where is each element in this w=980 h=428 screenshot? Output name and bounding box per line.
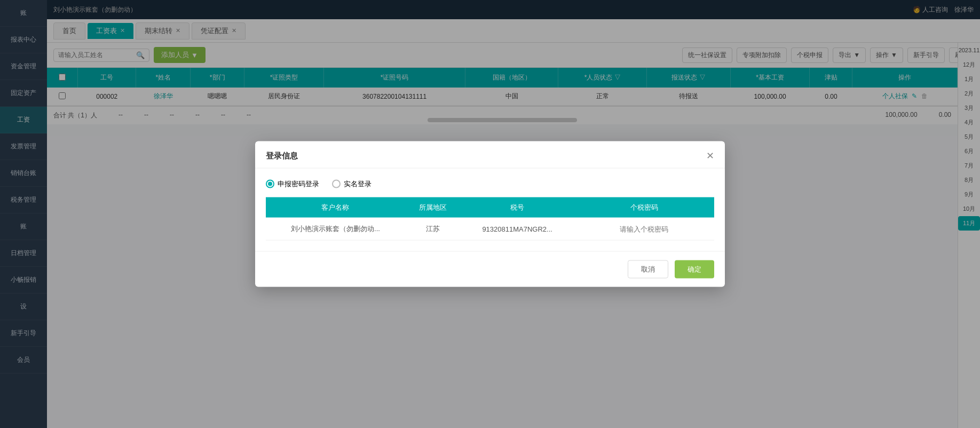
modal-header: 登录信息 ✕: [255, 141, 725, 169]
modal-cell-client-name: 刘小艳演示账套（勿删勿动...: [266, 218, 405, 241]
modal-col-name: 客户名称: [266, 197, 405, 218]
modal-col-region: 所属地区: [405, 197, 461, 218]
modal-footer: 取消 确定: [255, 251, 725, 287]
modal-client-table: 客户名称 所属地区 税号 个税密码 刘小艳演示账套（勿删勿动... 江苏 913…: [266, 197, 714, 241]
radio-realname-login[interactable]: 实名登录: [332, 179, 372, 189]
modal-cell-tax-password[interactable]: [574, 218, 714, 241]
modal-close-button[interactable]: ✕: [706, 150, 714, 162]
modal-col-tax-password: 个税密码: [574, 197, 714, 218]
login-info-modal: 登录信息 ✕ 申报密码登录 实名登录 客户名称 所属地区 税号 个税密码: [255, 141, 725, 287]
modal-table-row: 刘小艳演示账套（勿删勿动... 江苏 91320811MA7NGR2...: [266, 218, 714, 241]
modal-body: 申报密码登录 实名登录 客户名称 所属地区 税号 个税密码 刘小艳演示账套（勿删…: [255, 169, 725, 251]
radio-password-login[interactable]: 申报密码登录: [266, 179, 319, 189]
modal-title: 登录信息: [266, 150, 298, 161]
radio-dot-password: [266, 180, 274, 188]
modal-confirm-button[interactable]: 确定: [675, 260, 714, 279]
modal-cell-region: 江苏: [405, 218, 461, 241]
tax-password-input[interactable]: [580, 225, 708, 233]
radio-group: 申报密码登录 实名登录: [266, 179, 714, 189]
modal-col-tax-number: 税号: [461, 197, 574, 218]
modal-cell-tax-number: 91320811MA7NGR2...: [461, 218, 574, 241]
radio-dot-realname: [332, 180, 341, 188]
modal-cancel-button[interactable]: 取消: [628, 260, 668, 279]
